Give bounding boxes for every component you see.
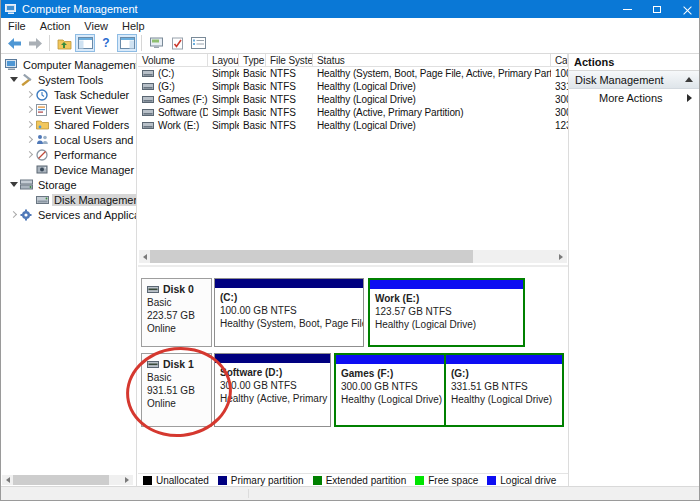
partition-games-f[interactable]: Games (F:) 300.00 GB NTFS Healthy (Logic… <box>336 355 444 425</box>
scrollbar-thumb[interactable] <box>13 475 109 485</box>
console-tree-pane: Computer Management (Local System Tools … <box>1 54 137 487</box>
volume-icon <box>142 70 154 77</box>
partition-g[interactable]: (G:) 331.51 GB NTFS Healthy (Logical Dri… <box>446 355 562 425</box>
chevron-collapsed-icon[interactable] <box>24 92 36 97</box>
volume-row-work-e[interactable]: Work (E:) Simple Basic NTFS Healthy (Log… <box>138 119 568 132</box>
extended-partition-frame: Work (E:) 123.57 GB NTFS Healthy (Logica… <box>368 278 525 347</box>
storage-icon <box>20 179 36 190</box>
partition-work-e[interactable]: Work (E:) 123.57 GB NTFS Healthy (Logica… <box>370 280 523 345</box>
disk-type: Basic <box>147 371 211 384</box>
disk-status: Online <box>147 322 211 335</box>
actions-pane: Actions Disk Management More Actions <box>568 54 699 487</box>
disk-graphic-pane: Disk 0 Basic 223.57 GB Online (C:) 100.0… <box>138 269 568 487</box>
clock-icon <box>36 89 52 101</box>
maximize-button[interactable] <box>642 0 672 18</box>
menu-help[interactable]: Help <box>115 18 152 33</box>
computer-management-window: Computer Management File Action View Hel… <box>0 0 700 501</box>
menu-file[interactable]: File <box>1 18 33 33</box>
column-header-capacity[interactable]: Capacity <box>551 54 568 66</box>
back-button[interactable] <box>4 34 24 52</box>
chevron-expanded-icon[interactable] <box>8 182 20 187</box>
primary-partition-stripe <box>215 354 330 363</box>
volume-row-c[interactable]: (C:) Simple Basic NTFS Healthy (System, … <box>138 67 568 80</box>
volume-row-games-f[interactable]: Games (F:) Simple Basic NTFS Healthy (Lo… <box>138 93 568 106</box>
column-header-status[interactable]: Status <box>313 54 551 66</box>
menu-view[interactable]: View <box>77 18 115 33</box>
volume-layout: Simple <box>208 119 239 132</box>
scroll-left-icon[interactable] <box>139 250 150 263</box>
volume-name: Games (F:) <box>158 94 208 105</box>
volume-row-software-d[interactable]: Software (D:) Simple Basic NTFS Healthy … <box>138 106 568 119</box>
collapse-arrow-icon[interactable] <box>685 77 693 82</box>
tree-item-performance[interactable]: Performance <box>1 147 136 162</box>
minimize-button[interactable] <box>612 0 642 18</box>
action-pane-toggle[interactable] <box>117 34 137 52</box>
tree-item-computer-management[interactable]: Computer Management (Local <box>1 57 136 72</box>
tree-item-local-users-groups[interactable]: Local Users and Groups <box>1 132 136 147</box>
help-button[interactable]: ? <box>96 34 116 52</box>
volume-list-pane: Volume Layout Type File System Status Ca… <box>138 54 568 267</box>
volume-capacity: 300 <box>551 93 568 106</box>
sidebar-horizontal-scrollbar[interactable] <box>2 475 133 485</box>
tree-item-services-applications[interactable]: Services and Applications <box>1 207 136 222</box>
disk-size: 223.57 GB <box>147 309 211 322</box>
partition-c[interactable]: (C:) 100.00 GB NTFS Healthy (System, Boo… <box>214 278 364 347</box>
unallocated-swatch <box>143 476 152 485</box>
column-header-layout[interactable]: Layout <box>208 54 239 66</box>
chevron-collapsed-icon[interactable] <box>24 152 36 157</box>
column-header-volume[interactable]: Volume <box>138 54 208 66</box>
scroll-right-icon[interactable] <box>556 250 567 263</box>
disk-1-label[interactable]: Disk 1 Basic 931.51 GB Online <box>141 353 212 427</box>
volume-list-horizontal-scrollbar[interactable] <box>139 250 567 263</box>
chevron-expanded-icon[interactable] <box>8 77 20 82</box>
volume-file-system: NTFS <box>266 119 313 132</box>
properties-button[interactable] <box>188 34 208 52</box>
logical-drive-stripe <box>370 280 523 289</box>
logical-drive-stripe <box>446 355 562 364</box>
volume-type: Basic <box>239 119 266 132</box>
tree-item-event-viewer[interactable]: Event Viewer <box>1 102 136 117</box>
actions-section-disk-management[interactable]: Disk Management <box>569 71 699 89</box>
up-level-button[interactable] <box>54 34 74 52</box>
tree-item-task-scheduler[interactable]: Task Scheduler <box>1 87 136 102</box>
volume-status: Healthy (Active, Primary Partition) <box>313 106 551 119</box>
chevron-collapsed-icon[interactable] <box>8 212 20 217</box>
volume-row-g[interactable]: (G:) Simple Basic NTFS Healthy (Logical … <box>138 80 568 93</box>
monitor-icon <box>149 37 164 49</box>
forward-button[interactable] <box>25 34 45 52</box>
scroll-left-icon[interactable] <box>2 475 13 485</box>
chevron-collapsed-icon[interactable] <box>24 137 36 142</box>
more-actions-item[interactable]: More Actions <box>569 89 699 107</box>
legend-primary-partition: Primary partition <box>218 475 304 486</box>
column-header-file-system[interactable]: File System <box>266 54 313 66</box>
tree-item-shared-folders[interactable]: Shared Folders <box>1 117 136 132</box>
chevron-collapsed-icon[interactable] <box>24 107 36 112</box>
toolbar-separator <box>49 35 50 51</box>
scrollbar-thumb[interactable] <box>150 250 473 263</box>
volume-type: Basic <box>239 106 266 119</box>
disk-0-label[interactable]: Disk 0 Basic 223.57 GB Online <box>141 278 212 347</box>
partition-software-d[interactable]: Software (D:) 300.00 GB NTFS Healthy (Ac… <box>214 353 331 427</box>
partition-name: Work (E:) <box>375 292 523 305</box>
scroll-right-icon[interactable] <box>122 475 133 485</box>
tree-item-storage[interactable]: Storage <box>1 177 136 192</box>
menu-action[interactable]: Action <box>33 18 78 33</box>
tree-item-disk-management[interactable]: Disk Management <box>1 192 136 207</box>
column-header-type[interactable]: Type <box>239 54 266 66</box>
check-document-button[interactable] <box>167 34 187 52</box>
disk-status: Online <box>147 397 211 410</box>
tree-item-label: Services and Applications <box>36 209 136 221</box>
disk-icon <box>147 286 159 293</box>
console-tree-toggle[interactable] <box>75 34 95 52</box>
console-window-button[interactable] <box>146 34 166 52</box>
close-button[interactable] <box>672 0 700 18</box>
minimize-icon <box>623 9 632 10</box>
volume-table-header: Volume Layout Type File System Status Ca… <box>138 54 568 67</box>
tree-item-device-manager[interactable]: Device Manager <box>1 162 136 177</box>
volume-layout: Simple <box>208 80 239 93</box>
volume-icon <box>142 109 154 116</box>
tree-item-system-tools[interactable]: System Tools <box>1 72 136 87</box>
help-icon: ? <box>102 37 109 49</box>
primary-partition-swatch <box>218 476 227 485</box>
chevron-collapsed-icon[interactable] <box>24 122 36 127</box>
